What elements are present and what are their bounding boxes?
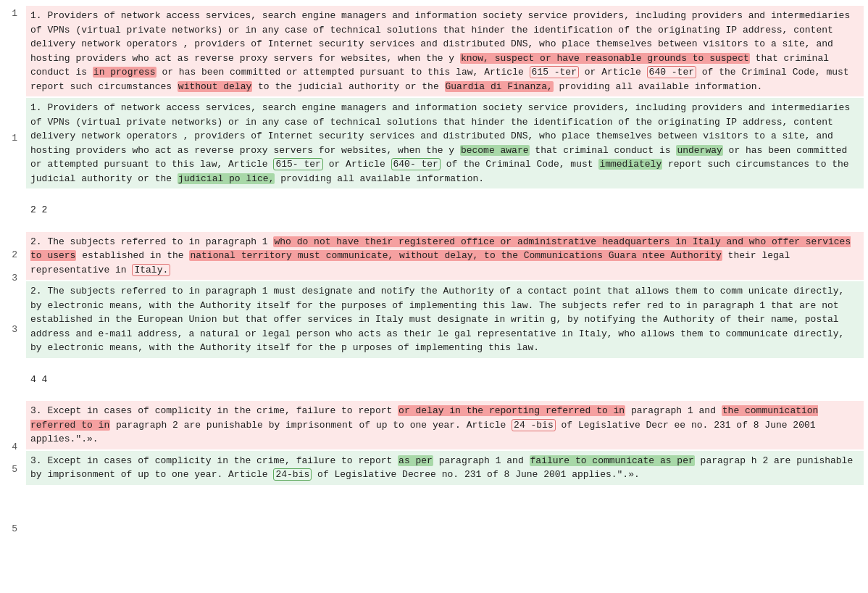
block-1-red: 1. Providers of network access services,… <box>26 6 864 96</box>
main-container: 1 1 2 3 3 4 5 5 1. Providers of network … <box>0 0 868 593</box>
hl-guardia: Guardia di Finanza, <box>445 81 554 92</box>
block-1-green-text: 1. Providers of network access services,… <box>30 102 850 184</box>
line-4: 4 <box>0 439 17 455</box>
block-2-neutral: 2 2 <box>26 200 864 220</box>
block-3-red-text: 2. The subjects referred to in paragraph… <box>30 236 851 276</box>
spacer-2 <box>26 190 864 200</box>
block-3-red: 2. The subjects referred to in paragraph… <box>26 232 864 281</box>
line-3b: 3 <box>0 322 17 338</box>
hl-ordelay: or delay in the reporting referred to in <box>398 405 625 416</box>
hl-inprogress: in progress <box>93 67 157 78</box>
hl-640ter: 640 -ter <box>647 66 696 78</box>
hl-24bis-r: 24 -bis <box>512 419 556 431</box>
hl-failuretocommunicate: failure to communicate as per <box>530 455 695 466</box>
hl-615ter-g: 615- ter <box>273 158 322 170</box>
hl-nationalterritory: national territory must communicate, wit… <box>189 250 722 261</box>
line-3a: 3 <box>0 270 17 286</box>
hl-615ter: 615 -ter <box>530 66 579 78</box>
line-1a: 1 <box>0 6 17 22</box>
spacer-4 <box>26 360 864 370</box>
hl-underway: underway <box>676 145 722 156</box>
content-area: 1. Providers of network access services,… <box>22 0 868 593</box>
hl-judicialpolice: judicial po lice, <box>178 173 275 184</box>
block-5-red-text: 3. Except in cases of complicity in the … <box>30 405 818 444</box>
block-1-green: 1. Providers of network access services,… <box>26 98 864 188</box>
block-3-green-text: 2. The subjects referred to in paragraph… <box>30 286 844 353</box>
block-5-green-text: 3. Except in cases of complicity in the … <box>30 455 853 481</box>
hl-640ter-g: 640- ter <box>391 158 441 170</box>
hl-withoutdelay: without delay <box>178 81 252 92</box>
block-5-red: 3. Except in cases of complicity in the … <box>26 401 864 449</box>
hl-immediately: immediately <box>598 159 662 170</box>
spacer-3 <box>26 222 864 232</box>
hl-becomeaware: become aware <box>460 145 530 156</box>
block-4-text: 4 4 <box>30 374 47 385</box>
hl-know: know, suspect or have reasonable grounds… <box>460 53 750 64</box>
block-4-neutral: 4 4 <box>26 370 864 390</box>
line-1b: 1 <box>0 130 17 146</box>
line-2: 2 <box>0 247 17 263</box>
block-1-red-text: 1. Providers of network access services,… <box>30 10 850 92</box>
block-3-green: 2. The subjects referred to in paragraph… <box>26 281 864 358</box>
block-2-text: 2 2 <box>30 204 47 215</box>
line-5b: 5 <box>0 521 17 537</box>
hl-italy-r: Italy. <box>132 264 170 276</box>
line-5a: 5 <box>0 462 17 478</box>
spacer-5 <box>26 391 864 401</box>
hl-24bis-g: 24-bis <box>273 468 312 481</box>
line-numbers: 1 1 2 3 3 4 5 5 <box>0 0 22 593</box>
block-5-green: 3. Except in cases of complicity in the … <box>26 451 864 485</box>
hl-asper: as per <box>398 455 433 466</box>
